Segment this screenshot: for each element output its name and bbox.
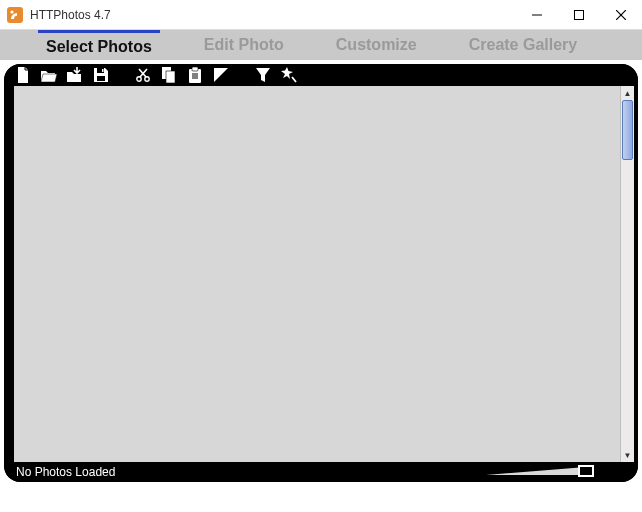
titlebar: HTTPhotos 4.7 [0,0,642,30]
zoom-slider[interactable] [486,471,586,473]
scroll-track[interactable] [621,100,634,448]
cut-icon[interactable] [134,66,152,84]
tab-edit-photo[interactable]: Edit Photo [196,30,292,60]
minimize-button[interactable] [516,1,558,29]
photo-canvas [14,86,620,462]
filter-icon[interactable] [254,66,272,84]
copy-icon[interactable] [160,66,178,84]
app-title: HTTPhotos 4.7 [30,8,111,22]
import-icon[interactable] [66,66,84,84]
tab-create-gallery[interactable]: Create Gallery [461,30,586,60]
new-file-icon[interactable] [14,66,32,84]
svg-rect-8 [102,69,104,72]
status-bar: No Photos Loaded [4,462,638,482]
paste-icon[interactable] [186,66,204,84]
scroll-up-icon[interactable]: ▲ [621,86,634,100]
app-icon [6,6,24,24]
open-folder-icon[interactable] [40,66,58,84]
svg-rect-12 [166,71,175,83]
content-frame: ▲ ▼ No Photos Loaded [4,64,638,482]
svg-rect-3 [575,10,584,19]
status-text: No Photos Loaded [16,465,115,479]
svg-point-1 [10,10,13,13]
save-icon[interactable] [92,66,110,84]
tab-select-photos[interactable]: Select Photos [38,30,160,60]
toolbar [4,64,638,86]
svg-rect-14 [192,67,198,71]
svg-rect-7 [97,76,105,81]
tab-bar: Select Photos Edit Photo Customize Creat… [0,30,642,60]
scroll-down-icon[interactable]: ▼ [621,448,634,462]
effects-icon[interactable] [280,66,298,84]
close-button[interactable] [600,1,642,29]
zoom-slider-thumb[interactable] [578,465,594,477]
maximize-button[interactable] [558,1,600,29]
contrast-icon[interactable] [212,66,230,84]
scroll-thumb[interactable] [622,100,633,160]
tab-customize[interactable]: Customize [328,30,425,60]
vertical-scrollbar[interactable]: ▲ ▼ [620,86,634,462]
